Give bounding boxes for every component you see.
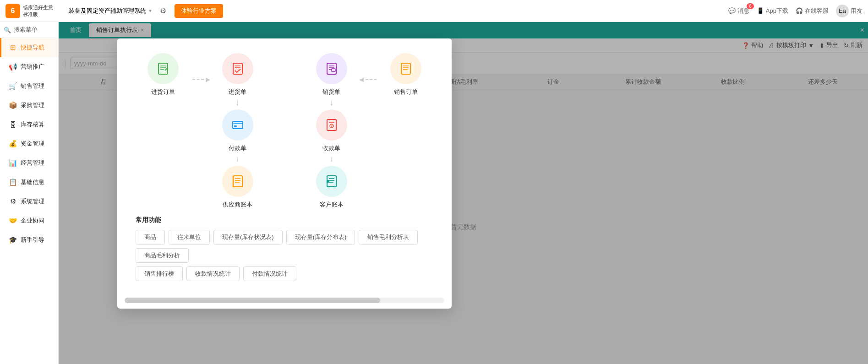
- svg-rect-4: [233, 63, 242, 74]
- supplier-ledger-icon: [222, 166, 253, 197]
- flow-node-purchase-bill[interactable]: 进货单: [210, 53, 265, 96]
- collab-label: 企业协同: [21, 217, 44, 225]
- system-title: 装备及固定资产辅助管理系统: [69, 7, 146, 15]
- online-service-button[interactable]: 🎧 在线客服: [796, 7, 829, 15]
- flow-node-sales-order[interactable]: 销售订单: [378, 53, 433, 96]
- top-right-actions: 💬 消息 6 📱 App下载 🎧 在线客服 Ea 用友: [728, 5, 863, 17]
- sales-bill-label: 销货单: [322, 88, 340, 96]
- common-functions-title: 常用功能: [136, 216, 433, 224]
- sidebar-item-quick-nav[interactable]: ⊞快捷导航: [0, 38, 58, 57]
- common-btn-付款情况统计[interactable]: 付款情况统计: [243, 266, 296, 281]
- basic-icon: 📋: [9, 178, 17, 186]
- sales-order-icon: [390, 53, 421, 84]
- dialog-scrollbar-container: [117, 298, 452, 309]
- purchase-order-icon: [147, 53, 179, 84]
- sidebar-item-newbie[interactable]: 🎓新手引导: [0, 230, 58, 250]
- sidebar-item-purchase[interactable]: 📦采购管理: [0, 96, 58, 115]
- customer-ledger-label: 客户账本: [320, 201, 344, 209]
- operations-label: 经营管理: [21, 159, 44, 167]
- finance-label: 资金管理: [21, 140, 44, 148]
- phone-icon: 📱: [757, 7, 764, 14]
- inventory-label: 库存核算: [21, 120, 44, 129]
- basic-label: 基础信息: [21, 178, 44, 186]
- user-profile[interactable]: Ea 用友: [836, 5, 863, 17]
- message-icon: 💬: [728, 7, 736, 14]
- receipt-label: 收款单: [322, 144, 340, 152]
- supplier-ledger-label: 供应商账本: [223, 201, 252, 209]
- sales-label: 销售管理: [21, 82, 44, 90]
- collab-icon: 🤝: [9, 217, 17, 225]
- sales-order-label: 销售订单: [394, 88, 418, 96]
- message-badge: 6: [747, 3, 754, 9]
- sidebar-item-marketing[interactable]: 📢营销推广: [0, 57, 58, 76]
- common-btn-现存量库存状况表[interactable]: 现存量(库存状况表): [213, 230, 283, 244]
- arrow-po-pb: ▶: [191, 76, 210, 83]
- purchase-bill-label: 进货单: [229, 88, 246, 96]
- common-btn-销售排行榜[interactable]: 销售排行榜: [136, 266, 183, 281]
- logo-icon: 6: [5, 4, 20, 18]
- svg-rect-12: [401, 63, 410, 74]
- system-label: 系统管理: [21, 197, 44, 206]
- sidebar-item-system[interactable]: ⚙系统管理: [0, 192, 58, 211]
- quick-nav-icon: ⊞: [9, 43, 17, 52]
- common-btn-收款情况统计[interactable]: 收款情况统计: [186, 266, 240, 281]
- content-area: 首页 销售订单执行表 × × ❓ 帮助 🖨 按模板打印: [59, 22, 868, 364]
- app-download-button[interactable]: 📱 App下载: [757, 7, 788, 15]
- common-buttons-row1: 商品往来单位现存量(库存状况表)现存量(库存分布表)销售毛利分析表商品毛利分析: [136, 230, 433, 263]
- marketing-label: 营销推广: [21, 63, 44, 71]
- inventory-icon: 🗄: [9, 120, 17, 129]
- arrow-so-sb: ◀: [359, 76, 379, 83]
- message-button[interactable]: 💬 消息 6: [728, 7, 749, 15]
- quick-nav-dialog: 进货订单 ▶: [117, 38, 452, 309]
- common-functions-section: 常用功能 商品往来单位现存量(库存状况表)现存量(库存分布表)销售毛利分析表商品…: [136, 216, 433, 281]
- sidebar: 🔍 搜索菜单 ⊞快捷导航📢营销推广🛒销售管理📦采购管理🗄库存核算💰资金管理📊经营…: [0, 22, 59, 364]
- sidebar-item-finance[interactable]: 💰资金管理: [0, 134, 58, 153]
- quick-nav-label: 快捷导航: [21, 43, 44, 52]
- payment-icon: [222, 109, 253, 141]
- settings-icon[interactable]: ⚙: [160, 6, 166, 15]
- search-menu-item[interactable]: 🔍 搜索菜单: [0, 22, 58, 38]
- sidebar-item-operations[interactable]: 📊经营管理: [0, 153, 58, 173]
- flow-node-customer-ledger[interactable]: 客户账本: [304, 166, 359, 209]
- sales-icon: 🛒: [9, 82, 17, 90]
- trial-button[interactable]: 体验行业方案: [175, 4, 223, 18]
- sidebar-item-inventory[interactable]: 🗄库存核算: [0, 115, 58, 134]
- common-btn-商品[interactable]: 商品: [136, 230, 165, 244]
- flow-node-receipt[interactable]: ¥ 收款单: [304, 109, 359, 152]
- flow-node-purchase-order[interactable]: 进货订单: [136, 53, 191, 96]
- flow-node-supplier-ledger[interactable]: 供应商账本: [210, 166, 265, 209]
- sales-bill-icon: [316, 53, 347, 84]
- sidebar-item-sales[interactable]: 🛒销售管理: [0, 76, 58, 96]
- flow-node-sales-bill[interactable]: 销货单: [304, 53, 359, 96]
- common-btn-现存量库存分布表[interactable]: 现存量(库存分布表): [286, 230, 355, 244]
- system-title-dropdown[interactable]: 装备及固定资产辅助管理系统 ▼: [69, 7, 153, 15]
- newbie-label: 新手引导: [21, 236, 44, 244]
- quick-nav-overlay[interactable]: 进货订单 ▶: [59, 22, 868, 364]
- finance-icon: 💰: [9, 140, 17, 148]
- dialog-scrollbar[interactable]: [125, 298, 444, 303]
- svg-rect-18: [234, 125, 237, 127]
- receipt-icon: ¥: [316, 109, 347, 141]
- common-btn-销售毛利分析表[interactable]: 销售毛利分析表: [359, 230, 418, 244]
- headset-icon: 🎧: [796, 7, 803, 14]
- common-btn-商品毛利分析[interactable]: 商品毛利分析: [136, 248, 189, 263]
- svg-point-32: [327, 180, 329, 183]
- arrow-down-pb: ↓: [210, 98, 265, 108]
- sidebar-item-basic[interactable]: 📋基础信息: [0, 173, 58, 192]
- svg-rect-16: [233, 121, 243, 129]
- common-btn-往来单位[interactable]: 往来单位: [169, 230, 210, 244]
- system-icon: ⚙: [9, 197, 17, 206]
- logo-area: 6 畅康通好生意 标准版: [5, 4, 64, 18]
- flow-node-payment[interactable]: 付款单: [210, 109, 265, 152]
- marketing-icon: 📢: [9, 63, 17, 71]
- customer-ledger-icon: [316, 166, 347, 197]
- purchase-label: 采购管理: [21, 101, 44, 109]
- sidebar-item-collab[interactable]: 🤝企业协同: [0, 211, 58, 230]
- purchase-bill-icon: [222, 53, 253, 84]
- payment-label: 付款单: [229, 144, 246, 152]
- search-menu-label: 搜索菜单: [14, 26, 38, 34]
- logo-text: 畅康通好生意 标准版: [23, 4, 53, 17]
- purchase-icon: 📦: [9, 101, 17, 109]
- common-buttons-row2: 销售排行榜收款情况统计付款情况统计: [136, 266, 433, 281]
- svg-text:¥: ¥: [331, 125, 333, 128]
